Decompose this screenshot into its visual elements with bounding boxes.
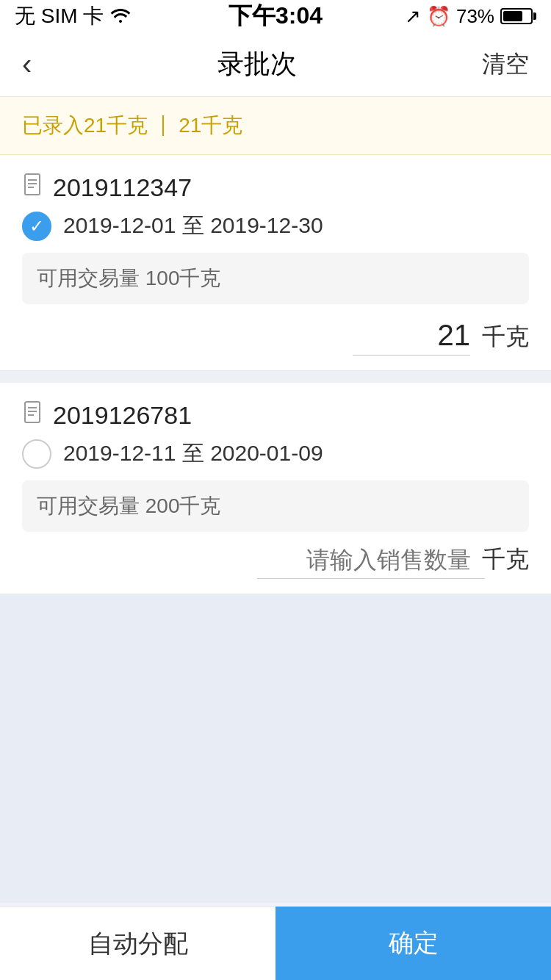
page-title: 录批次 [217, 46, 297, 82]
nav-bar: ‹ 录批次 清空 [0, 32, 551, 97]
batch-1-date-row: 2019-12-01 至 2019-12-30 [22, 211, 529, 241]
batch-2-item: 2019126781 2019-12-11 至 2020-01-09 可用交易量… [0, 383, 551, 532]
section-divider [0, 371, 551, 383]
batch-1-item: 2019112347 2019-12-01 至 2019-12-30 可用交易量… [0, 155, 551, 304]
summary-label: 已录入21千克 [22, 112, 148, 140]
alarm-icon: ⏰ [427, 5, 450, 28]
batch-2-id: 2019126781 [53, 401, 192, 430]
batch-2-container: 2019126781 2019-12-11 至 2020-01-09 可用交易量… [0, 383, 551, 594]
batch-1-quantity-row: 21 千克 [0, 304, 551, 371]
input-underline [257, 578, 485, 579]
batch-1-date: 2019-12-01 至 2019-12-30 [63, 211, 323, 241]
batch-1-header: 2019112347 [22, 173, 529, 202]
batch-1-available: 可用交易量 100千克 [22, 253, 529, 304]
status-time: 下午3:04 [228, 0, 323, 32]
batch-1-id: 2019112347 [53, 173, 192, 202]
batch-1-radio[interactable] [22, 212, 51, 241]
batch-2-header: 2019126781 [22, 400, 529, 430]
doc-icon-2 [22, 400, 46, 430]
carrier-text: 无 SIM 卡 [15, 2, 104, 30]
summary-bar: 已录入21千克 21千克 [0, 97, 551, 155]
batch-2-date: 2019-12-11 至 2020-01-09 [63, 439, 323, 469]
status-left: 无 SIM 卡 [15, 2, 132, 30]
summary-divider [162, 115, 164, 136]
location-icon: ↗ [405, 5, 421, 28]
summary-value: 21千克 [179, 112, 242, 140]
status-bar: 无 SIM 卡 下午3:04 ↗ ⏰ 73% [0, 0, 551, 32]
batch-2-quantity-input[interactable] [262, 547, 482, 574]
doc-icon-1 [22, 173, 46, 202]
battery-icon [500, 8, 536, 24]
batch-1-quantity-value: 21 [438, 319, 471, 352]
batch-2-unit: 千克 [482, 544, 529, 576]
auto-distribute-button[interactable]: 自动分配 [0, 907, 276, 980]
content: 已录入21千克 21千克 2019112347 2019-12-01 至 2 [0, 97, 551, 976]
batch-1-unit: 千克 [482, 321, 529, 353]
batch-2-date-row: 2019-12-11 至 2020-01-09 [22, 439, 529, 469]
batch-1-container: 2019112347 2019-12-01 至 2019-12-30 可用交易量… [0, 155, 551, 371]
batch-2-available: 可用交易量 200千克 [22, 480, 529, 532]
wifi-icon [109, 4, 132, 28]
back-button[interactable]: ‹ [22, 48, 32, 81]
confirm-button[interactable]: 确定 [276, 907, 551, 980]
gray-area [0, 594, 551, 903]
batch-2-input-row: 千克 [0, 532, 551, 594]
battery-percent: 73% [456, 5, 494, 28]
batch-2-radio[interactable] [22, 439, 51, 469]
status-right: ↗ ⏰ 73% [405, 5, 536, 28]
clear-button[interactable]: 清空 [482, 48, 529, 81]
bottom-bar: 自动分配 确定 [0, 907, 551, 980]
